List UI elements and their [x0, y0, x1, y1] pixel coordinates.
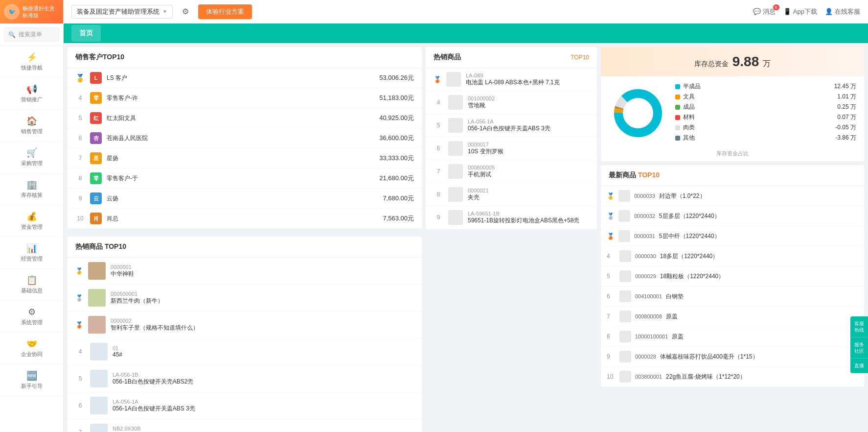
service-community-button[interactable]: 服务社区 [850, 337, 868, 359]
rank-num: 5 [75, 115, 85, 121]
logo-area: 🐦 畅捷通好生意 标准版 [0, 0, 63, 24]
system-selector[interactable]: 装备及固定资产辅助管理系统 ▼ [71, 5, 173, 19]
live-stream-button[interactable]: 直播 [850, 359, 868, 373]
customer-name: LS 客户 [107, 74, 374, 82]
search-menu-button[interactable]: 🔍 搜索菜单 [4, 27, 59, 42]
header: 装备及固定资产辅助管理系统 ▼ ⚙ 体验行业方案 💬 消息 6 📱 App下载 … [64, 0, 868, 24]
rank-num: 9 [434, 214, 443, 221]
product-info: LA-056-1A 056-1A白色按键开关盖ABS 3壳 [468, 119, 589, 133]
sidebar-item-operation[interactable]: 📊 经营管理 [0, 237, 63, 269]
rank-num: 5 [434, 122, 443, 129]
customer-service-button[interactable]: 客服热线 [850, 316, 868, 337]
product-code: 000800005 [468, 165, 589, 170]
product-image [619, 331, 631, 342]
header-right: 💬 消息 6 📱 App下载 👤 在线客服 [753, 7, 860, 16]
latest-product-item: 6 004100001 白钢垫 [601, 287, 864, 307]
sidebar-item-stock[interactable]: 🏢 库存核算 [0, 173, 63, 205]
guide-icon: 🆕 [26, 370, 37, 381]
quick-icon: ⚡ [26, 52, 37, 63]
avatar: 云 [90, 192, 102, 204]
sidebar-item-marketing[interactable]: 📢 营销推广 [0, 78, 63, 110]
product-name: 056-1B白色按键开关壳ABS2壳 [113, 378, 193, 386]
nav-home[interactable]: 首页 [71, 25, 101, 42]
sidebar-item-purchase[interactable]: 🛒 采购管理 [0, 142, 63, 173]
avatar: 红 [90, 112, 102, 124]
latest-products-panel: 最新商品 TOP10 🥇 0000033 封边带（1.0*22） 🥈 00000… [601, 165, 864, 387]
medal-icon: 🥉 [75, 321, 83, 329]
stock-total-amount: 9.88 [732, 54, 759, 69]
main-area: 装备及固定资产辅助管理系统 ▼ ⚙ 体验行业方案 💬 消息 6 📱 App下载 … [64, 0, 868, 432]
product-item: 4 001000002 雪地靴 [426, 91, 597, 114]
sidebar-item-basic[interactable]: 📋 基础信息 [0, 269, 63, 301]
product-name: 10S 变刑罗猴 [468, 147, 589, 156]
purchase-icon: 🛒 [26, 147, 37, 158]
hot-product-item: 7 NB2.0X30B 2.0X30MM双搓花轴,搓花直径2.1MM/ROHS [68, 419, 422, 432]
sidebar-item-system[interactable]: ⚙ 系统管理 [0, 301, 63, 333]
product-code: 001000002 [468, 96, 589, 101]
sidebar-item-guide[interactable]: 🆕 新手引导 [0, 364, 63, 396]
service-button[interactable]: 👤 在线客服 [825, 7, 860, 16]
product-code: LA-056-1B [113, 372, 193, 378]
product-item: 5 LA-056-1A 056-1A白色按键开关盖ABS 3壳 [426, 114, 597, 137]
product-name: 5层多层（1220*2440） [659, 212, 858, 220]
hot-product-item: 🥇 0000001 中华神鞋 [68, 258, 422, 285]
product-code: LA-056-1A [113, 399, 195, 405]
product-image [619, 351, 631, 362]
rank-num: 9 [75, 195, 85, 202]
customer-panel-header: 销售客户TOP10 [68, 47, 422, 68]
product-code: 0000002 [111, 318, 199, 324]
latest-product-item: 9 0000028 体械嘉枝味苏打饮品400毫升（1*15） [601, 347, 864, 367]
latest-products-title: 最新商品 TOP10 [609, 171, 660, 180]
customer-amount: 40,925.00元 [379, 114, 414, 122]
legend-value: 12.45 万 [834, 82, 856, 91]
rank-num: 7 [434, 168, 443, 175]
hot-products-title: 热销商品 TOP10 [75, 242, 126, 251]
product-name: 新西兰牛肉（新牛） [111, 297, 163, 305]
product-info: LA-056-1A 056-1A白色按键开关盖ABS 3壳 [113, 399, 195, 413]
hot-product-item: 🥉 0000002 智利车子里（规格不知道填什么） [68, 312, 422, 338]
customer-item: 6 杏 苍南县人民医院 36,600.00元 [68, 128, 422, 148]
rank-num: 8 [607, 333, 616, 340]
customer-top10-panel: 销售客户TOP10 🥇 L LS 客户 53,006.26元 4 零 [68, 47, 422, 229]
product-code: 0000030 [635, 253, 656, 259]
search-menu-area[interactable]: 🔍 搜索菜单 [0, 24, 63, 46]
hot-products-header: 热销商品 TOP10 [68, 237, 422, 258]
settings-button[interactable]: ⚙ [179, 5, 192, 19]
medal-icon: 🥉 [434, 76, 441, 83]
rank-num: 4 [607, 253, 616, 260]
phone-icon: 📱 [783, 8, 791, 15]
trial-button[interactable]: 体验行业方案 [198, 4, 252, 19]
app-label: App下载 [793, 7, 817, 16]
avatar: L [90, 72, 102, 84]
legend-label: 肉类 [683, 123, 832, 132]
message-button[interactable]: 💬 消息 6 [753, 7, 776, 16]
product-item: 6 0000017 10S 变刑罗猴 [426, 137, 597, 160]
donut-chart [609, 84, 667, 143]
product-image [619, 311, 631, 322]
sidebar-item-quick[interactable]: ⚡ 快捷导航 [0, 46, 63, 78]
latest-products-body: 🥇 0000033 封边带（1.0*22） 🥈 0000032 5层多层（122… [601, 186, 864, 387]
rank-num: 6 [434, 145, 443, 152]
product-image [90, 370, 108, 387]
rank-num: 8 [434, 191, 443, 198]
product-name: 18多层（1220*2440） [660, 252, 858, 261]
legend-item: 成品 0.25 万 [675, 103, 856, 111]
rank-num: 6 [75, 402, 85, 409]
product-item: 9 LA-59651-1B 59651-1B旋转投影灯电池盒ABS黑色+58壳 [426, 206, 597, 229]
customer-amount: 7,563.00元 [383, 214, 414, 223]
legend-dot [675, 125, 680, 130]
stock-icon: 🏢 [26, 179, 37, 190]
legend-item: 其他 -3.86 万 [675, 134, 856, 142]
rank-num: 5 [607, 273, 616, 280]
sidebar-item-finance[interactable]: 💰 资金管理 [0, 205, 63, 237]
sidebar-item-sales[interactable]: 🏠 销售管理 [0, 110, 63, 142]
search-icon: 🔍 [8, 31, 16, 38]
sales-icon: 🏠 [26, 116, 37, 126]
product-name: 22g鱼豆腐-烧烤味（1*12*20） [666, 373, 858, 381]
product-name: 智利车子里（规格不知道填什么） [111, 324, 199, 332]
sidebar-item-company[interactable]: 🤝 企业协同 [0, 333, 63, 364]
hot-product-item: 🥈 000500001 新西兰牛肉（新牛） [68, 285, 422, 312]
app-download-button[interactable]: 📱 App下载 [783, 7, 817, 16]
sidebar-nav: ⚡ 快捷导航 📢 营销推广 🏠 销售管理 🛒 采购管理 🏢 库存核算 💰 资金管… [0, 46, 63, 432]
product-info: 0000002 智利车子里（规格不知道填什么） [111, 318, 199, 332]
